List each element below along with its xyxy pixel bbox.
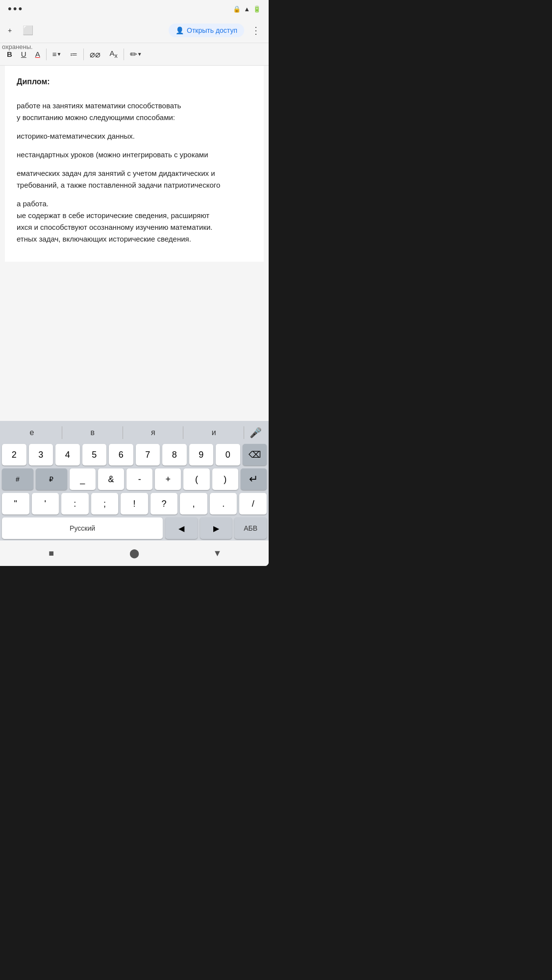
status-right: 🔒 ▲ 🔋 [233,5,261,13]
key-ampersand[interactable]: & [98,468,124,490]
attach-button[interactable]: ✏ ▼ [126,47,146,62]
suggestion-ya[interactable]: я [124,426,184,439]
key-4[interactable]: 4 [55,444,80,466]
back-button[interactable]: ■ [43,544,60,562]
key-0[interactable]: 0 [216,444,240,466]
more-button[interactable]: ⋮ [247,23,265,38]
key-lparen[interactable]: ( [183,468,209,490]
key-minus[interactable]: - [126,468,152,490]
keyboard-row-numbers: 2 3 4 5 6 7 8 9 0 ⌫ [0,442,269,467]
doc-block-4: ематических задач для занятий с учетом д… [17,168,252,191]
format-divider-2 [83,49,84,60]
attach-icon: ✏ [130,49,137,60]
align-button[interactable]: ≡ ▼ [49,48,66,61]
abv-key[interactable]: АБВ [234,517,267,539]
add-button[interactable]: + [4,24,16,36]
key-5[interactable]: 5 [82,444,107,466]
key-comma[interactable]: , [180,493,207,514]
recent-button[interactable]: ▼ [208,544,226,562]
key-colon[interactable]: : [61,493,89,514]
doc-block-3: нестандартных уроков (можно интегрироват… [17,149,252,161]
nav-right-key[interactable]: ▶ [200,517,232,539]
chevron-down-icon: ▼ [56,51,61,57]
list-button[interactable]: ≔ [66,48,81,61]
nav-left-key[interactable]: ◀ [165,517,198,539]
key-3[interactable]: 3 [29,444,53,466]
share-person-icon: 👤 [176,26,184,34]
mic-icon[interactable]: 🎤 [245,425,267,441]
key-squote[interactable]: ' [32,493,59,514]
status-dots: ••• [8,2,24,15]
share-label: Открыть доступ [187,26,237,34]
key-8[interactable]: 8 [162,444,187,466]
text-format-button[interactable]: Ax [105,47,121,62]
format-bar: B U A ≡ ▼ ≔ ⌀⌀ Ax ✏ ▼ [0,43,269,66]
comment-button[interactable]: ⬜ [19,23,37,38]
wifi-icon: ▲ [244,5,250,13]
key-ruble[interactable]: ₽ [36,468,67,490]
key-slash[interactable]: / [239,493,267,514]
key-question[interactable]: ? [151,493,178,514]
enter-key[interactable]: ↵ [241,468,267,490]
system-nav-bar: ■ ⬤ ▼ [0,540,269,566]
phone-screen: ••• 🔒 ▲ 🔋 + ⬜ 👤 Открыть доступ ⋮ охранен… [0,0,269,566]
key-semicolon[interactable]: ; [91,493,119,514]
suggestion-v[interactable]: в [63,426,123,439]
share-button[interactable]: 👤 Открыть доступ [169,24,244,37]
keyboard-bottom-row: Русский ◀ ▶ АБВ [0,516,269,540]
saved-indicator: охранены. [0,43,35,50]
link-button[interactable]: ⌀⌀ [86,47,104,62]
format-divider-3 [124,49,124,60]
link-icon: ⌀⌀ [90,49,100,60]
key-plus[interactable]: + [155,468,181,490]
key-rparen[interactable]: ) [212,468,238,490]
key-9[interactable]: 9 [189,444,214,466]
comment-icon: ⬜ [23,25,33,35]
align-icon: ≡ [52,50,57,58]
lock-icon: 🔒 [233,5,241,13]
space-key[interactable]: Русский [2,517,163,539]
key-dquote[interactable]: " [2,493,29,514]
keyboard-suggestions-row: е в я и 🎤 [0,421,269,442]
document-title: Диплом: [17,75,252,88]
key-underscore[interactable]: _ [70,468,96,490]
battery-icon: 🔋 [253,5,261,13]
status-bar: ••• 🔒 ▲ 🔋 [0,0,269,18]
attach-chevron-icon: ▼ [137,51,142,57]
keyboard-row-symbols2: " ' : ; ! ? , . / [0,491,269,516]
home-button[interactable]: ⬤ [125,544,143,562]
suggestion-e[interactable]: е [2,426,62,439]
key-period[interactable]: . [210,493,237,514]
doc-block-2: историко-математических данных. [17,130,252,142]
key-7[interactable]: 7 [136,444,160,466]
document-area[interactable]: Диплом: работе на занятиях математики сп… [5,66,264,262]
key-6[interactable]: 6 [109,444,133,466]
key-exclaim[interactable]: ! [121,493,148,514]
key-hash[interactable]: # [2,468,33,490]
doc-block-1: работе на занятиях математики способство… [17,100,252,123]
suggestion-i[interactable]: и [184,426,244,439]
doc-block-5: а работа.ые содержат в себе исторические… [17,198,252,245]
keyboard-row-symbols1: # ₽ _ & - + ( ) ↵ [0,467,269,491]
backspace-key[interactable]: ⌫ [243,444,267,466]
text-format-icon: Ax [109,49,117,59]
list-icon: ≔ [70,50,77,59]
doc-toolbar: + ⬜ 👤 Открыть доступ ⋮ [0,18,269,43]
keyboard: е в я и 🎤 2 3 4 5 6 7 8 9 0 ⌫ # ₽ _ & - … [0,421,269,566]
key-2[interactable]: 2 [2,444,26,466]
format-divider-1 [46,49,47,60]
